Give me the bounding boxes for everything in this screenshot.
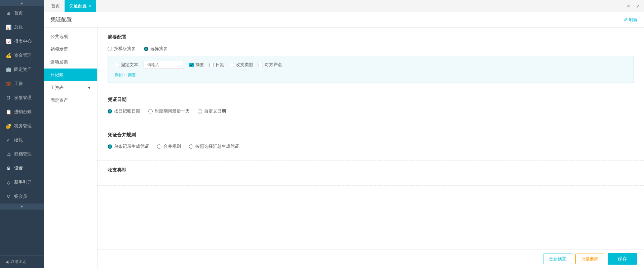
sidebar-item-label: 报表中心 — [14, 38, 32, 44]
left-nav-purchase-invoice-label: 进项发票 — [50, 59, 68, 65]
checkbox-summary-input[interactable] — [189, 63, 194, 67]
sidebar-scroll-down[interactable]: ▼ — [0, 204, 44, 210]
sidebar-item-funds[interactable]: 💰 资金管理 — [0, 48, 44, 62]
sidebar-item-label: 资金管理 — [14, 52, 32, 58]
checkbox-counterparty-input[interactable] — [259, 63, 263, 67]
payroll-icon: 💼 — [5, 81, 11, 86]
tab-active-label: 凭证配置 — [69, 3, 87, 9]
sidebar-item-label: 首页 — [14, 10, 23, 16]
tab-home[interactable]: 首页 — [46, 0, 65, 12]
sidebar-item-archive[interactable]: 🗂 归档管理 — [0, 147, 44, 161]
radio-single-record[interactable]: 单条记录生成凭证 — [108, 143, 149, 149]
sidebar-item-guide[interactable]: ◇ 新手引导 — [0, 175, 44, 189]
sidebar-item-payroll[interactable]: 💼 工资 — [0, 77, 44, 91]
sidebar-item-label: 归档管理 — [14, 151, 32, 157]
sidebar-scroll-up[interactable]: ▲ — [0, 0, 44, 6]
refresh-icon: ↺ — [623, 17, 627, 22]
radio-by-journal-date[interactable]: 按日记账日期 — [108, 108, 140, 114]
invoice-mgmt-icon: 🗒 — [5, 95, 11, 100]
checkbox-counterparty-label: 对方户名 — [265, 62, 282, 68]
sidebar-item-closing[interactable]: ✓ 结账 — [0, 133, 44, 147]
checkbox-fixed-text-input[interactable] — [115, 63, 119, 67]
radio-by-selection[interactable]: 按照选择汇总生成凭证 — [189, 143, 239, 149]
checkbox-fixed-text-label: 固定文本 — [121, 62, 138, 68]
radio-custom-date-input[interactable] — [198, 109, 202, 114]
fixed-text-input[interactable] — [144, 61, 184, 69]
tab-bar: 首页 凭证配置 × ✕ ⤢ — [44, 0, 644, 12]
closing-icon: ✓ — [5, 137, 11, 143]
funds-icon: 💰 — [5, 53, 11, 58]
left-nav-purchase-invoice[interactable]: 进项发票 — [44, 56, 97, 69]
income-type-section: 收支类型 — [98, 161, 644, 186]
left-nav-fixed-assets[interactable]: 固定资产 — [44, 94, 97, 107]
voucher-date-section: 凭证日期 按日记账日期 对应期间最后一天 自定义日期 — [98, 90, 644, 125]
sidebar-item-label: 发票管理 — [14, 95, 32, 101]
checkbox-counterparty[interactable]: 对方户名 — [259, 62, 282, 68]
radio-select-summary[interactable]: 选择摘要 — [144, 46, 168, 52]
radio-last-period-day[interactable]: 对应期间最后一天 — [148, 108, 190, 114]
radio-merge-rule-input[interactable] — [157, 144, 161, 149]
radio-custom-date[interactable]: 自定义日期 — [198, 108, 226, 114]
radio-template-input[interactable] — [108, 47, 112, 51]
radio-template-summary[interactable]: 按模版摘要 — [108, 46, 136, 52]
checkbox-options-box: 固定文本 摘要 日期 — [108, 56, 634, 83]
settings-icon: ⚙ — [5, 166, 11, 171]
left-nav-journal[interactable]: 日记账 — [44, 69, 97, 81]
left-nav-public[interactable]: 公共选项 — [44, 30, 97, 43]
cancel-fixed-btn[interactable]: ◀ 取消固定 — [0, 255, 44, 268]
checkbox-date[interactable]: 日期 — [210, 62, 224, 68]
sidebar-item-reports[interactable]: 📈 报表中心 — [0, 34, 44, 48]
checkbox-date-input[interactable] — [210, 63, 214, 67]
checkbox-income-type-input[interactable] — [230, 63, 234, 67]
sidebar-item-vip[interactable]: V 畅会员 — [0, 189, 44, 204]
sidebar-item-invoice-mgmt[interactable]: 🗒 发票管理 — [0, 91, 44, 105]
example-prefix: 例如： — [115, 73, 127, 77]
tab-voucher-config[interactable]: 凭证配置 × — [65, 0, 96, 12]
income-type-title: 收支类型 — [108, 167, 634, 173]
merge-rules-radio-group: 单条记录生成凭证 合并规则 按照选择汇总生成凭证 — [108, 143, 634, 149]
radio-last-period-day-input[interactable] — [148, 109, 153, 114]
left-nav-payroll-table[interactable]: 工资表 ▾ — [44, 81, 97, 94]
bottom-bar: 更新预置 批量删除 保存 — [98, 250, 644, 268]
vip-icon: V — [5, 194, 11, 199]
checkbox-income-type[interactable]: 收支类型 — [230, 62, 253, 68]
close-window-button[interactable]: ✕ — [625, 3, 632, 9]
sidebar-item-settings[interactable]: ⚙ 设置 — [0, 161, 44, 175]
checkbox-fixed-text[interactable]: 固定文本 — [115, 62, 138, 68]
checkbox-date-label: 日期 — [216, 62, 224, 68]
sidebar-item-label: 设置 — [14, 165, 23, 171]
sidebar-item-home[interactable]: ⊞ 首页 — [0, 6, 44, 20]
radio-merge-rule[interactable]: 合并规则 — [157, 143, 181, 149]
summary-config-section: 摘要配置 按模版摘要 选择摘要 — [98, 28, 644, 90]
radio-template-label: 按模版摘要 — [114, 46, 136, 52]
sales-ledger-icon: 📋 — [5, 109, 11, 115]
radio-single-record-input[interactable] — [108, 144, 112, 149]
refresh-button[interactable]: ↺ 刷新 — [623, 17, 637, 23]
sidebar-item-label: 固定资产 — [14, 66, 32, 73]
sidebar-item-fixed-assets[interactable]: 🏢 固定资产 — [0, 62, 44, 77]
batch-delete-button[interactable]: 批量删除 — [575, 254, 604, 264]
sidebar-item-ledger[interactable]: 📊 总账 — [0, 20, 44, 34]
save-button[interactable]: 保存 — [608, 253, 637, 265]
summary-config-title: 摘要配置 — [108, 34, 634, 40]
voucher-date-radio-group: 按日记账日期 对应期间最后一天 自定义日期 — [108, 108, 634, 114]
main-area: 首页 凭证配置 × ✕ ⤢ 凭证配置 ↺ 刷新 公共选项 销项发票 进项 — [44, 0, 644, 268]
merge-rules-section: 凭证合并规则 单条记录生成凭证 合并规则 按照选择汇总生成凭证 — [98, 125, 644, 161]
expand-arrow-icon: ▾ — [88, 85, 90, 90]
checkbox-summary[interactable]: 摘要 — [189, 62, 204, 68]
sidebar-item-tax[interactable]: 🔐 税务管理 — [0, 119, 44, 133]
radio-by-journal-date-input[interactable] — [108, 109, 112, 114]
sidebar-item-label: 进销台账 — [14, 109, 32, 115]
left-nav-sales-invoice-label: 销项发票 — [50, 46, 68, 52]
sidebar-item-label: 总账 — [14, 24, 23, 30]
radio-by-selection-input[interactable] — [189, 144, 193, 149]
home-icon: ⊞ — [5, 10, 11, 16]
sidebar-item-sales-ledger[interactable]: 📋 进销台账 — [0, 105, 44, 119]
radio-select-input[interactable] — [144, 47, 148, 51]
update-preset-button[interactable]: 更新预置 — [543, 254, 572, 264]
left-nav-fixed-assets-label: 固定资产 — [50, 97, 68, 103]
sidebar-item-label: 畅会员 — [14, 193, 27, 199]
left-nav-sales-invoice[interactable]: 销项发票 — [44, 43, 97, 56]
resize-window-button[interactable]: ⤢ — [635, 3, 641, 9]
tab-close-button[interactable]: × — [89, 4, 91, 8]
